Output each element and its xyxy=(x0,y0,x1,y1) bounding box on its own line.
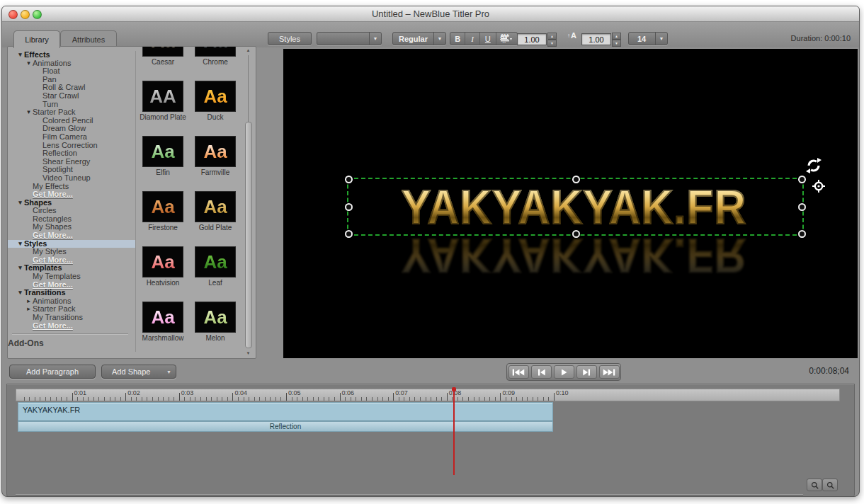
zoom-in-button[interactable] xyxy=(807,479,822,491)
tree-item-shapes[interactable]: ▾Shapes xyxy=(8,199,135,207)
leading-value-input[interactable]: 1.00 xyxy=(581,33,611,45)
tree-item-get-more[interactable]: Get More... xyxy=(8,231,135,240)
title-bar[interactable]: Untitled – NewBlue Titler Pro xyxy=(2,6,859,22)
style-thumbnail[interactable]: Aa xyxy=(195,246,236,277)
disclosure-open-icon[interactable]: ▾ xyxy=(16,51,24,59)
disclosure-open-icon[interactable]: ▾ xyxy=(16,240,24,248)
style-item-farmville[interactable]: AaFarmville xyxy=(190,136,241,176)
selection-handle-bottom-right[interactable] xyxy=(798,230,806,238)
style-item-firestone[interactable]: AaFirestone xyxy=(137,191,188,231)
ruler-tick-minor xyxy=(40,397,40,401)
tree-item-my-transitions[interactable]: My Transitions xyxy=(8,314,135,322)
style-item-diamond-plate[interactable]: AADiamond Plate xyxy=(137,81,188,121)
tracking-stepper[interactable]: ▲ ▼ xyxy=(547,33,557,47)
style-thumbnail[interactable]: Aa xyxy=(142,246,183,277)
styles-toolbar-button[interactable]: Styles xyxy=(268,32,312,45)
selection-handle-top-center[interactable] xyxy=(572,176,580,183)
style-thumbnail[interactable]: Aa xyxy=(195,47,236,57)
style-thumbnail[interactable]: Aa xyxy=(142,47,183,57)
bold-button[interactable]: B xyxy=(450,33,465,45)
stepper-down-icon[interactable]: ▼ xyxy=(547,40,557,47)
rotate-icon[interactable] xyxy=(805,157,822,177)
style-item-duck[interactable]: AaDuck xyxy=(190,81,241,121)
tree-item-my-templates[interactable]: My Templates xyxy=(8,273,135,281)
addons-section-label[interactable]: Add-Ons xyxy=(8,338,135,349)
tree-item-effects[interactable]: ▾Effects xyxy=(8,51,135,59)
scrollbar-thumb[interactable] xyxy=(245,122,252,348)
italic-button[interactable]: I xyxy=(465,33,479,45)
style-item-heatvision[interactable]: AaHeatvision xyxy=(137,246,188,287)
font-style-dropdown[interactable]: Regular ▼ xyxy=(392,32,446,45)
font-family-dropdown[interactable]: ▼ xyxy=(317,32,382,45)
tree-item-circles[interactable]: Circles xyxy=(8,207,135,215)
selection-handle-middle-right[interactable] xyxy=(798,203,806,211)
style-item-melon[interactable]: AaMelon xyxy=(190,302,241,342)
disclosure-open-icon[interactable]: ▾ xyxy=(16,199,24,207)
style-thumbnail[interactable]: Aa xyxy=(195,136,236,167)
disclosure-closed-icon[interactable]: ▸ xyxy=(25,305,33,314)
style-item-chrome[interactable]: AaChrome xyxy=(190,47,241,66)
tree-item-video-tuneup[interactable]: Video Tuneup xyxy=(8,174,135,183)
underline-button[interactable]: U xyxy=(479,33,496,45)
tree-item-styles[interactable]: ▾Styles xyxy=(8,240,135,248)
disclosure-open-icon[interactable]: ▾ xyxy=(25,108,33,117)
style-thumbnail[interactable]: Aa xyxy=(142,302,183,333)
tree-item-transitions[interactable]: ▾Transitions xyxy=(8,289,135,297)
tracking-value-input[interactable]: 1.00 xyxy=(517,33,547,45)
timeline-ruler[interactable]: 0:010:020:030:040:050:060:070:080:090:10 xyxy=(16,389,840,401)
tree-item-float[interactable]: Float xyxy=(8,67,135,76)
go-to-end-button[interactable] xyxy=(599,365,620,379)
selection-handle-top-left[interactable] xyxy=(345,176,353,183)
style-item-gold-plate[interactable]: AaGold Plate xyxy=(190,191,241,231)
style-thumbnail[interactable]: AA xyxy=(142,81,183,112)
tree-item-rectangles[interactable]: Rectangles xyxy=(8,215,135,224)
style-item-leaf[interactable]: AaLeaf xyxy=(190,246,241,287)
timeline-effect-clip[interactable]: Reflection xyxy=(18,421,553,432)
timeline-scrollbar-track[interactable] xyxy=(16,494,803,496)
style-thumbnail[interactable]: Aa xyxy=(195,302,236,333)
tree-item-film-camera[interactable]: Film Camera xyxy=(8,133,135,142)
timeline-clip[interactable]: YAKYAKYAK.FR xyxy=(18,402,553,421)
next-frame-button[interactable] xyxy=(576,365,597,379)
style-item-caesar[interactable]: AaCaesar xyxy=(137,47,188,66)
style-thumbnail[interactable]: Aa xyxy=(142,191,183,222)
tab-library[interactable]: Library xyxy=(13,30,60,48)
selection-box[interactable] xyxy=(347,178,804,236)
previous-frame-button[interactable] xyxy=(531,365,552,379)
add-paragraph-button[interactable]: Add Paragraph xyxy=(9,365,96,379)
selection-handle-bottom-left[interactable] xyxy=(345,230,353,238)
stepper-up-icon[interactable]: ▲ xyxy=(547,33,557,40)
stepper-down-icon[interactable]: ▼ xyxy=(612,40,621,47)
play-button[interactable] xyxy=(554,365,574,379)
font-size-dropdown[interactable]: 14 ▼ xyxy=(628,32,668,45)
style-thumbnail[interactable]: Aa xyxy=(195,81,236,112)
style-item-elfin[interactable]: AaElfin xyxy=(137,136,188,176)
stepper-up-icon[interactable]: ▲ xyxy=(612,33,621,40)
tree-item-star-crawl[interactable]: Star Crawl xyxy=(8,92,135,101)
tree-item-get-more[interactable]: Get More... xyxy=(8,322,135,331)
tree-item-get-more[interactable]: Get More... xyxy=(8,190,135,199)
style-thumbnail[interactable]: Aa xyxy=(195,191,236,222)
zoom-out-button[interactable] xyxy=(822,479,838,491)
tree-item-reflection[interactable]: Reflection xyxy=(8,149,135,158)
style-thumbnail[interactable]: Aa xyxy=(142,136,183,167)
playhead[interactable] xyxy=(453,387,455,475)
styles-scrollbar[interactable]: ▲ ▼ xyxy=(245,48,251,355)
selection-handle-bottom-center[interactable] xyxy=(572,230,580,238)
disclosure-open-icon[interactable]: ▾ xyxy=(16,289,24,297)
tree-item-animations[interactable]: ▾Animations xyxy=(8,59,135,68)
anchor-point-icon[interactable] xyxy=(812,180,825,195)
add-shape-button[interactable]: Add Shape ▼ xyxy=(101,365,176,379)
style-item-marshmallow[interactable]: AaMarshmallow xyxy=(137,302,188,342)
selection-handle-middle-left[interactable] xyxy=(345,203,353,211)
scroll-down-icon[interactable]: ▼ xyxy=(245,351,251,355)
scroll-up-icon[interactable]: ▲ xyxy=(245,48,251,52)
disclosure-closed-icon[interactable]: ▸ xyxy=(25,297,33,306)
preview-canvas[interactable]: YAKYAKYAK.FR YAKYAKYAK.FR xyxy=(283,49,858,358)
leading-stepper[interactable]: ▲ ▼ xyxy=(612,33,621,47)
tree-item-starter-pack[interactable]: ▾Starter Pack xyxy=(8,108,135,117)
ruler-tick-minor xyxy=(110,397,110,401)
disclosure-open-icon[interactable]: ▾ xyxy=(16,264,24,273)
disclosure-open-icon[interactable]: ▾ xyxy=(25,59,33,68)
go-to-start-button[interactable] xyxy=(508,365,529,379)
